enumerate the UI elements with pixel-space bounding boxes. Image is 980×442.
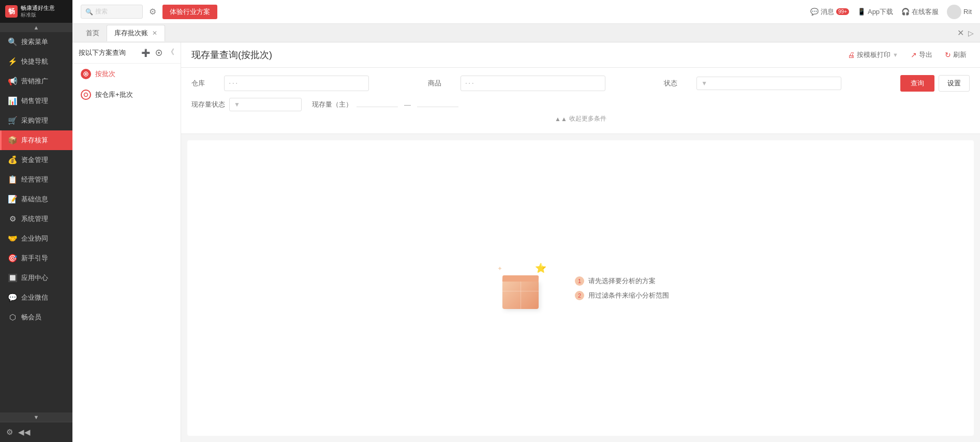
empty-hint-1: 1 请先选择要分析的方案 [575,276,669,286]
right-arrow-icon[interactable]: ▷ [968,29,974,37]
svg-point-1 [158,52,160,54]
headset-icon: 🎧 [901,8,910,16]
print-dropdown-icon[interactable]: ▼ [893,52,898,58]
plan-icon-batch [81,69,91,79]
inventory-amount-from[interactable] [357,102,398,107]
sidebar-item-finance[interactable]: 💰 资金管理 [0,150,72,170]
vip-icon: ⬡ [8,313,17,322]
status-dropdown-icon: ▼ [701,80,707,87]
topbar-actions: 💬 消息 99+ 📱 App下载 🎧 在线客服 Rit [810,5,972,19]
inventory-amount-label: 现存量（主） [312,100,352,109]
tab-close-batch[interactable]: ✕ [152,30,157,37]
tabbar: 首页 库存批次账 ✕ ✕ ▷ [72,24,980,42]
clipboard-icon: 📋 [8,175,17,184]
messages-badge: 99+ [836,8,849,15]
refresh-icon: ↻ [945,51,951,59]
megaphone-icon: 📢 [8,77,17,86]
hint-number-1: 1 [575,276,584,286]
goods-input[interactable]: ··· [461,76,605,91]
sidebar-item-sales[interactable]: 📊 销售管理 [0,91,72,111]
sidebar-item-inventory[interactable]: 📦 库存核算 [0,130,72,150]
online-service-button[interactable]: 🎧 在线客服 [901,7,939,17]
sidebar-logo: 畅 [5,5,18,18]
collapse-panel-button[interactable]: 《 [167,48,174,58]
plan-icon-warehouse [81,90,91,100]
print-icon: 🖨 [848,51,855,59]
empty-illustration: ⭐ ✦ [492,257,554,319]
sidebar-footer: ⚙ ◀◀ [0,422,72,442]
filter-row-1: 仓库 ··· 商品 ··· 状态 ▼ [191,75,970,92]
export-button[interactable]: ↗ 导出 [908,49,936,61]
sidebar-item-search[interactable]: 🔍 搜索菜单 [0,32,72,52]
sidebar-title: 畅康通好生意 [21,4,55,11]
user-avatar-button[interactable]: Rit [947,5,972,19]
right-panel-close: ✕ ▷ [957,28,974,38]
messages-button[interactable]: 💬 消息 99+ [810,7,849,17]
sidebar-scroll-up[interactable]: ▲ [0,23,72,32]
filter-status: 状态 ▼ [664,77,892,90]
filter-inventory-status: 现存量状态 ▼ [191,98,302,111]
inventory-status-input[interactable]: ▼ [229,98,302,111]
topbar-gear-icon[interactable]: ⚙ [149,7,156,17]
warehouse-label: 仓库 [191,79,220,88]
sidebar-item-enterprise[interactable]: 🤝 企业协同 [0,229,72,248]
settings-plan-button[interactable] [154,48,164,58]
goods-label: 商品 [428,79,456,88]
sidebar-settings-button[interactable]: ⚙ [6,428,13,437]
sidebar-scroll-down[interactable]: ▼ [0,412,72,422]
topbar-search-box[interactable]: 🔍 搜索 [81,5,143,19]
warehouse-input[interactable]: ··· [224,76,369,91]
svg-point-4 [84,93,88,97]
sidebar-item-shortcut[interactable]: ⚡ 快捷导航 [0,52,72,71]
left-panel-actions: ➕ 《 [140,48,174,58]
print-button[interactable]: 🖨 按模板打印 ▼ [844,49,901,61]
handshake-icon: 🤝 [8,234,17,243]
right-content: 现存量查询(按批次) 🖨 按模板打印 ▼ ↗ 导出 ↻ 刷新 [181,42,980,442]
filter-warehouse: 仓库 ··· [191,76,420,91]
sidebar-subtitle: 标准版 [21,11,55,19]
sidebar-collapse-button[interactable]: ◀◀ [18,428,31,437]
filter-dash: — [404,101,411,109]
inventory-status-label: 现存量状态 [191,100,225,109]
refresh-button[interactable]: ↻ 刷新 [942,49,970,61]
sidebar-item-member[interactable]: ⬡ 畅会员 [0,307,72,327]
sidebar-item-system[interactable]: ⚙ 系统管理 [0,209,72,229]
sidebar-item-purchase[interactable]: 🛒 采购管理 [0,111,72,130]
add-plan-button[interactable]: ➕ [140,48,151,58]
filter-inventory-amount: 现存量（主） — [312,100,458,109]
sidebar-item-basic[interactable]: 📝 基础信息 [0,189,72,209]
tab-home[interactable]: 首页 [79,25,107,41]
left-panel-title: 按以下方案查询 [79,48,126,57]
phone-icon: 📱 [857,8,866,16]
query-button[interactable]: 查询 [900,75,934,92]
sidebar-item-marketing[interactable]: 📢 营销推广 [0,71,72,91]
message-icon: 💬 [810,8,819,16]
plan-item-warehouse-batch[interactable]: 按仓库+批次 [72,84,181,105]
inventory-amount-to[interactable] [417,102,458,107]
inv-status-dropdown-icon: ▼ [234,101,240,108]
chart-icon: 📊 [8,96,17,106]
main-area: 🔍 搜索 ⚙ 体验行业方案 💬 消息 99+ 📱 App下载 🎧 在线客服 Ri… [72,0,980,442]
sidebar-item-apps[interactable]: 🔲 应用中心 [0,268,72,288]
status-input[interactable]: ▼ [696,77,841,90]
filter-row-2: 现存量状态 ▼ 现存量（主） — [191,98,970,111]
collapse-up-icon: ▲▲ [555,115,567,123]
cart-icon: 🛒 [8,116,17,125]
settings-button[interactable]: 设置 [939,75,970,92]
search-placeholder: 搜索 [95,7,108,16]
tab-batch[interactable]: 库存批次账 ✕ [107,25,165,41]
plan-item-batch[interactable]: 按批次 [72,64,181,84]
experience-button[interactable]: 体验行业方案 [162,5,217,19]
money-icon: 💰 [8,155,17,165]
empty-text: 1 请先选择要分析的方案 2 用过滤条件来缩小分析范围 [575,276,669,300]
sidebar-nav: 🔍 搜索菜单 ⚡ 快捷导航 📢 营销推广 📊 销售管理 🛒 采购管理 📦 库存核… [0,32,72,412]
empty-hint-2: 2 用过滤条件来缩小分析范围 [575,291,669,300]
gear-icon: ⚙ [8,214,17,224]
topbar: 🔍 搜索 ⚙ 体验行业方案 💬 消息 99+ 📱 App下载 🎧 在线客服 Ri… [72,0,980,24]
sidebar-item-newbie[interactable]: 🎯 新手引导 [0,248,72,268]
sidebar-item-operation[interactable]: 📋 经营管理 [0,170,72,189]
sidebar-item-wechat[interactable]: 💬 企业微信 [0,288,72,307]
collapse-row[interactable]: ▲▲ 收起更多条件 [191,111,970,126]
close-icon[interactable]: ✕ [957,28,964,38]
app-download-button[interactable]: 📱 App下载 [857,7,893,17]
